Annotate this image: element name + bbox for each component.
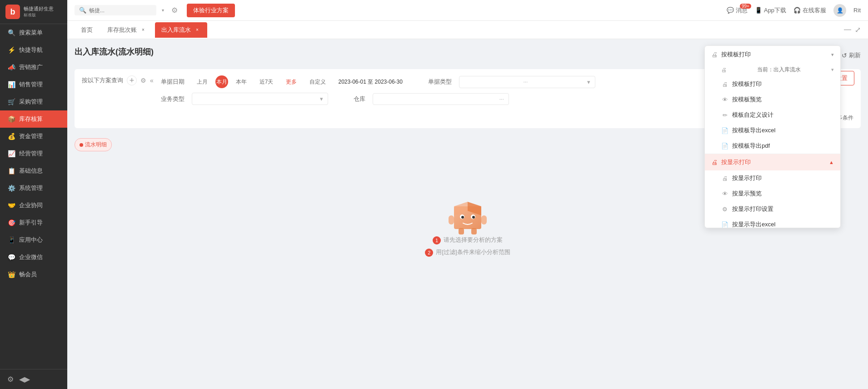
refresh-label[interactable]: 刷新	[849, 51, 861, 60]
app-version: 标准版	[24, 12, 54, 18]
sidebar-item-label: 新手引导	[19, 219, 43, 227]
print-template-excel-item[interactable]: 📄 按模板导出excel	[705, 123, 840, 138]
tab-flow[interactable]: 出入库流水 ×	[155, 22, 207, 38]
sidebar-item-label: 营销推广	[19, 63, 43, 71]
type-filter-label: 单据类型	[428, 78, 452, 86]
trial-industry-button[interactable]: 体验行业方案	[187, 4, 235, 17]
doc-type-more[interactable]: ···	[523, 79, 528, 85]
date-tag-custom[interactable]: 自定义	[304, 76, 331, 88]
current-chevron[interactable]: ▾	[831, 67, 834, 73]
date-tag-7days[interactable]: 近7天	[254, 76, 279, 88]
header-search-box[interactable]: 🔍	[75, 5, 156, 15]
header-gear-icon[interactable]: ⚙	[171, 6, 178, 15]
hint-num-2: 2	[425, 249, 433, 257]
display-print-item[interactable]: 🖨 按显示打印	[705, 170, 840, 186]
tab-batch-label: 库存批次账	[107, 26, 137, 34]
date-tag-current-year[interactable]: 本年	[231, 76, 252, 88]
collapse-sidebar-icon[interactable]: ◀▶	[19, 375, 30, 384]
date-tag-more[interactable]: 更多	[281, 76, 302, 88]
sidebar-item-purchase[interactable]: 🛒 采购管理	[0, 93, 67, 110]
hint-num-1: 1	[433, 236, 441, 244]
sidebar-item-operation[interactable]: 📈 经营管理	[0, 145, 67, 162]
sidebar-item-label: 销售管理	[19, 80, 43, 89]
sidebar-footer: ⚙ ◀▶	[0, 369, 67, 389]
phone-icon: 📱	[755, 7, 762, 14]
sidebar-item-finance[interactable]: 💰 资金管理	[0, 128, 67, 145]
sidebar-item-inventory[interactable]: 📦 库存核算	[0, 110, 67, 128]
sidebar-item-member[interactable]: 👑 畅会员	[0, 266, 67, 283]
filter-collapse-left-icon[interactable]: «	[150, 77, 154, 84]
sidebar-item-guide[interactable]: 🎯 新手引导	[0, 214, 67, 231]
header-search-input[interactable]	[89, 7, 135, 14]
sidebar-item-label: 采购管理	[19, 98, 43, 106]
print-template-print-label: 按模板打印	[732, 80, 762, 88]
sidebar-item-search[interactable]: 🔍 搜索菜单	[0, 24, 67, 41]
print-template-pdf-item[interactable]: 📄 按模板导出pdf	[705, 138, 840, 154]
sidebar-item-marketing[interactable]: 📣 营销推广	[0, 59, 67, 76]
print-template-design-item[interactable]: ✏ 模板自定义设计	[705, 107, 840, 123]
doc-type-chevron[interactable]: ▾	[587, 79, 590, 85]
sidebar-item-label: 应用中心	[19, 236, 43, 244]
date-range-display: 2023-06-01 至 2023-06-30	[338, 78, 402, 86]
print-template-preview-item[interactable]: 👁 按模板预览	[705, 92, 840, 107]
date-tag-prev-month[interactable]: 上月	[192, 76, 213, 88]
filter-add-icon[interactable]: +	[127, 75, 137, 85]
sales-icon: 📊	[7, 80, 15, 89]
tab-batch-close[interactable]: ×	[140, 26, 147, 34]
tab-flow-close[interactable]: ×	[194, 26, 201, 34]
sidebar-item-sales[interactable]: 📊 销售管理	[0, 76, 67, 93]
sidebar-item-shortcut[interactable]: ⚡ 快捷导航	[0, 41, 67, 59]
date-filter-label: 单据日期	[161, 78, 185, 86]
warehouse-more[interactable]: ···	[499, 96, 504, 102]
pdf-icon: 📄	[721, 142, 728, 150]
display-preview-item[interactable]: 👁 按显示预览	[705, 186, 840, 201]
print-display-section-header[interactable]: 🖨 按显示打印 ▲	[705, 154, 840, 170]
biz-type-select[interactable]: ▾	[192, 93, 328, 105]
header-dropdown-chevron[interactable]: ▾	[162, 8, 164, 13]
display-preview-icon: 👁	[721, 190, 728, 197]
sidebar-item-wechat[interactable]: 💬 企业微信	[0, 249, 67, 266]
settings-bottom-icon[interactable]: ⚙	[7, 375, 14, 384]
print-template-section: 🖨 按模板打印 ▾ 🖨 当前：出入库流水 ▾ 🖨 按模板打印 👁 按模板预览	[705, 46, 840, 154]
display-print-settings-item[interactable]: ⚙ 按显示打印设置	[705, 201, 840, 217]
svg-point-3	[461, 216, 464, 219]
print-template-print-item[interactable]: 🖨 按模板打印	[705, 76, 840, 92]
sidebar-item-label: 经营管理	[19, 150, 43, 158]
svg-rect-5	[449, 215, 454, 224]
date-tag-current-month[interactable]: 本月	[215, 75, 228, 88]
finance-icon: 💰	[7, 132, 15, 140]
operation-icon: 📈	[7, 150, 15, 158]
section2-chevron[interactable]: ▲	[829, 160, 834, 165]
online-service-button[interactable]: 🎧 在线客服	[793, 6, 826, 15]
sidebar-item-system[interactable]: ⚙️ 系统管理	[0, 180, 67, 197]
display-excel-item[interactable]: 📄 按显示导出excel	[705, 217, 840, 228]
print-template-header-label: 按模板打印	[721, 50, 751, 59]
sidebar-item-collab[interactable]: 🤝 企业协同	[0, 197, 67, 214]
print-display-section: 🖨 按显示打印 ▲ 🖨 按显示打印 👁 按显示预览 ⚙ 按显示打印设置	[705, 154, 840, 228]
biz-type-chevron[interactable]: ▾	[320, 95, 323, 102]
tab-batch[interactable]: 库存批次账 ×	[101, 22, 153, 38]
doc-type-select[interactable]: ··· ▾	[459, 76, 595, 88]
print-template-preview-label: 按模板预览	[732, 95, 762, 104]
filter-gear-icon[interactable]: ⚙	[140, 77, 146, 84]
tab-maximize-icon[interactable]: ⤢	[855, 25, 861, 34]
print-template-excel-label: 按模板导出excel	[732, 126, 775, 135]
sidebar-item-label: 资金管理	[19, 132, 43, 140]
section1-chevron[interactable]: ▾	[831, 52, 834, 58]
warehouse-select[interactable]: ···	[373, 93, 509, 105]
tab-minimize-icon[interactable]: —	[844, 25, 851, 34]
user-avatar[interactable]: 👤	[833, 4, 846, 17]
print-template-section-header[interactable]: 🖨 按模板打印 ▾	[705, 46, 840, 63]
tab-home[interactable]: 首页	[75, 22, 99, 38]
print-icon: 🖨	[721, 80, 728, 88]
app-download-button[interactable]: 📱 App下载	[755, 6, 786, 15]
sub-filter-item-flow-detail[interactable]: 流水明细	[75, 138, 112, 151]
display-print-label: 按显示打印	[732, 174, 762, 182]
svg-rect-6	[481, 215, 487, 224]
current-label-text: 当前：出入库流水	[757, 66, 801, 74]
apps-icon: 📱	[7, 236, 15, 244]
message-button[interactable]: 💬 消息 99+	[727, 6, 748, 15]
sidebar-item-basic[interactable]: 📋 基础信息	[0, 162, 67, 180]
sidebar-item-apps[interactable]: 📱 应用中心	[0, 231, 67, 249]
hint-text-1: 请先选择要分析的方案	[444, 236, 503, 244]
